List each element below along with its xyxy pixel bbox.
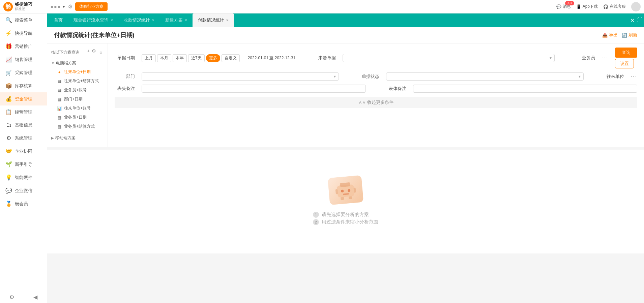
sidebar-item-system[interactable]: ⚙ 系统管理	[0, 131, 47, 145]
message-icon: 💬	[556, 4, 561, 9]
sidebar-item-vip[interactable]: 🏅 畅会员	[0, 197, 47, 210]
collapse-more-btn[interactable]: ∧∧ 收起更多条件	[115, 97, 637, 108]
guide-icon: 🌱	[5, 161, 12, 168]
mobile-group-title[interactable]: ▶ 移动端方案	[47, 134, 108, 142]
tab-receipt-stats-close[interactable]: ×	[152, 18, 154, 23]
refresh-button[interactable]: 🔄 刷新	[622, 32, 637, 38]
sidebar-gear-icon[interactable]: ⚙	[9, 294, 14, 300]
scheme-item-staff-account[interactable]: ▦ 业务员+账号	[47, 86, 108, 95]
scheme-item-unit-date[interactable]: ● 往来单位+日期	[47, 67, 108, 77]
date-btn-last-month[interactable]: 上月	[142, 54, 156, 62]
basic-info-icon: 🗂	[5, 122, 12, 128]
query-button[interactable]: 查询	[615, 48, 637, 58]
main-layout: 🔍 搜索菜单 ⚡ 快捷导航 🎁 营销推广 📈 销售管理 🛒 采购管理 📦 库存核…	[0, 13, 644, 303]
sidebar-item-sales[interactable]: 📈 销售管理	[0, 53, 47, 66]
table-body-note-input[interactable]	[416, 86, 634, 91]
sidebar-item-quick-nav[interactable]: ⚡ 快捷导航	[0, 27, 47, 40]
sidebar-item-purchase[interactable]: 🛒 采购管理	[0, 66, 47, 79]
date-btn-this-month[interactable]: 本月	[157, 54, 171, 62]
header-dropdown-arrow[interactable]: ▾	[63, 4, 65, 9]
tab-expand-icon[interactable]: ⛶	[637, 17, 643, 23]
weixin-icon: 💬	[5, 187, 12, 194]
tab-payment-stats-close[interactable]: ×	[226, 18, 229, 23]
mobile-group-label: 移动端方案	[55, 135, 76, 141]
logo-text: 畅捷通巧	[15, 2, 32, 7]
page-content: 付款情况统计(往来单位+日期) 📤 导出 🔄 刷新	[47, 27, 644, 303]
voucher-status-select[interactable]: ▾	[386, 72, 583, 81]
date-btn-7days[interactable]: 近7天	[188, 54, 205, 62]
scheme-item-staff-date[interactable]: ▦ 业务员+日期	[47, 113, 108, 122]
export-button[interactable]: 📤 导出	[602, 32, 618, 38]
scheme-item-staff-settle-label: 业务员+结算方式	[64, 124, 95, 129]
unit-ellipsis[interactable]: ···	[631, 73, 637, 80]
desktop-group-title[interactable]: ▼ 电脑端方案	[47, 59, 108, 67]
filter-area: 单据日期 上月 本月 本年 近7天 更多 自定义 2022-01-01 至 20…	[108, 43, 644, 147]
empty-hint-2-text: 用过滤条件来缩小分析范围	[322, 219, 378, 225]
source-select-arrow: ▾	[550, 56, 552, 60]
tab-bank-flow-close[interactable]: ×	[111, 18, 113, 23]
setting-button[interactable]: 设置	[615, 59, 634, 68]
page-header: 付款情况统计(往来单位+日期) 📤 导出 🔄 刷新	[47, 27, 644, 43]
purchase-icon: 🛒	[5, 69, 12, 76]
mobile-group-arrow: ▶	[51, 136, 54, 140]
desktop-group-label: 电脑端方案	[56, 60, 76, 66]
sidebar: 🔍 搜索菜单 ⚡ 快捷导航 🎁 营销推广 📈 销售管理 🛒 采购管理 📦 库存核…	[0, 13, 47, 303]
scheme-settings-icon[interactable]: ⚙	[92, 48, 96, 56]
header-settings-icon[interactable]: ⚙	[68, 3, 72, 10]
scheme-item-staff-settle[interactable]: ▦ 业务员+结算方式	[47, 122, 108, 131]
filter-row-2: 部门 ▾ 单据状态 ▾ 往来单位 ···	[115, 72, 637, 81]
sidebar-item-inventory[interactable]: 📦 库存核算	[0, 79, 47, 92]
sidebar-item-smart-hw[interactable]: 💡 智能硬件	[0, 171, 47, 184]
scheme-item-dept-date[interactable]: ▦ 部门+日期	[47, 95, 108, 104]
empty-num-2: 2	[313, 219, 319, 225]
scheme-item-unit-settle[interactable]: ▦ 往来单位+结算方式	[47, 77, 108, 86]
sidebar-item-guide[interactable]: 🌱 新手引导	[0, 158, 47, 171]
sidebar-item-basic-info[interactable]: 🗂 基础信息	[0, 119, 47, 131]
user-avatar[interactable]	[631, 2, 641, 11]
collab-icon: 🤝	[5, 148, 12, 154]
tab-new-scheme[interactable]: 新建方案 ×	[160, 13, 193, 27]
tab-home[interactable]: 首页	[49, 13, 68, 27]
table-header-note-input[interactable]	[145, 86, 363, 91]
sidebar-collapse-icon[interactable]: ◀	[33, 294, 37, 300]
staff-label: 业务员	[575, 55, 595, 61]
scheme-item-staff-date-label: 业务员+日期	[64, 115, 87, 120]
empty-hint-1: 1 请先选择要分析的方案	[313, 212, 378, 218]
service-icon: 🎧	[603, 4, 608, 9]
breadcrumb: ■ ■ ■	[51, 4, 60, 9]
scheme-add-icon[interactable]: +	[87, 48, 90, 56]
filter-panel: 按以下方案查询 + ⚙ « ▼ 电脑端方案 ●	[47, 43, 644, 147]
date-btn-custom[interactable]: 自定义	[222, 54, 240, 62]
sidebar-item-finance[interactable]: 💰 资金管理	[0, 92, 47, 105]
sidebar-item-search[interactable]: 🔍 搜索菜单	[0, 13, 47, 27]
logo-text-wrap: 畅捷通巧 标准版	[15, 2, 32, 12]
source-select[interactable]: ▾	[343, 54, 555, 62]
sidebar-item-operation[interactable]: 📋 经营管理	[0, 105, 47, 119]
app-download-item[interactable]: 📱 App下载	[576, 4, 598, 9]
online-service-item[interactable]: 🎧 在线客服	[603, 4, 626, 9]
message-item[interactable]: 💬 消息 99+	[556, 4, 571, 9]
dept-select[interactable]: ▾	[142, 72, 339, 81]
system-icon: ⚙	[5, 135, 12, 141]
trial-button[interactable]: 体验行业方案	[75, 2, 108, 11]
tab-payment-stats[interactable]: 付款情况统计 ×	[193, 13, 234, 27]
header-middle: ■ ■ ■ ▾ ⚙ 体验行业方案	[51, 2, 556, 11]
sidebar-label-sales: 销售管理	[15, 57, 32, 63]
tab-close-all-icon[interactable]: ✕	[630, 17, 635, 24]
sidebar-item-collab[interactable]: 🤝 企业协同	[0, 145, 47, 158]
scheme-item-unit-account[interactable]: 📊 往来单位+账号	[47, 104, 108, 113]
tab-bank-flow[interactable]: 现金银行流水查询 ×	[68, 13, 118, 27]
tab-receipt-stats[interactable]: 收款情况统计 ×	[118, 13, 160, 27]
sidebar-item-marketing[interactable]: 🎁 营销推广	[0, 40, 47, 53]
table-body-note-input-wrap	[413, 85, 637, 93]
sidebar-item-weixin[interactable]: 💬 企业微信	[0, 184, 47, 197]
scheme-collapse-icon[interactable]: «	[98, 48, 104, 56]
tab-new-scheme-close[interactable]: ×	[185, 18, 187, 23]
top-header: 畅 畅捷通巧 标准版 ■ ■ ■ ▾ ⚙ 体验行业方案 💬 消息 99+ 📱 A…	[0, 0, 644, 13]
logo-area: 畅 畅捷通巧 标准版	[3, 2, 51, 12]
scheme-item-unit-date-label: 往来单位+日期	[64, 69, 91, 75]
staff-ellipsis[interactable]: ···	[602, 55, 608, 61]
quick-nav-icon: ⚡	[5, 30, 12, 36]
date-btn-more[interactable]: 更多	[206, 54, 220, 62]
date-btn-this-year[interactable]: 本年	[173, 54, 187, 62]
